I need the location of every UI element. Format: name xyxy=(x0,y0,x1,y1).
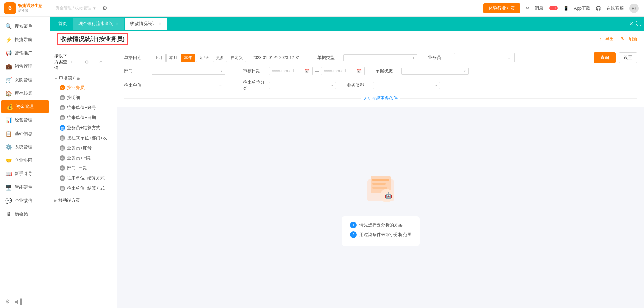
sidebar-item-hardware[interactable]: 🖥️ 智能硬件 xyxy=(0,181,50,194)
audit-start-input[interactable]: yyyy-mm-dd 📅 xyxy=(269,67,313,75)
refresh-icon: ↻ xyxy=(621,36,625,41)
online-service-group[interactable]: 🎧 在线客服 xyxy=(596,5,624,11)
date-btn-more[interactable]: 更多 xyxy=(213,54,227,62)
status-label: 单据状态 xyxy=(375,68,399,74)
breadcrumb-path: 资金管理 / 收款管理 xyxy=(56,5,91,11)
audit-end-input[interactable]: yyyy-mm-dd 📅 xyxy=(321,67,365,75)
scheme-item-dept-date[interactable]: ⊙ 部门+日期 xyxy=(50,163,117,173)
sidebar-item-marketing[interactable]: 📢 营销推广 xyxy=(0,46,50,60)
sidebar-item-purchase[interactable]: 🛒 采购管理 xyxy=(0,73,50,87)
sidebar-item-finance[interactable]: 💰 资金管理 xyxy=(1,100,49,113)
message-group[interactable]: ✉ 消息 99+ xyxy=(526,5,558,11)
sidebar-item-corp[interactable]: 🤝 企业协同 xyxy=(0,154,50,167)
scheme-item-by-staff[interactable]: ↻ 按业务员 xyxy=(50,83,117,93)
logo: 6 畅捷通好生意 标准版 xyxy=(0,0,50,17)
window-close-icon[interactable]: ✕ xyxy=(629,21,633,27)
sidebar-item-base[interactable]: 📋 基础信息 xyxy=(0,127,50,140)
breadcrumb-dropdown-icon[interactable]: ▾ xyxy=(93,6,96,11)
sidebar-item-search[interactable]: 🔍 搜索菜单 xyxy=(0,19,50,33)
scheme-item-unit-account[interactable]: ▦ 往来单位+账号 xyxy=(50,103,117,113)
sidebar-item-guide[interactable]: 📖 新手引导 xyxy=(0,167,50,181)
user-avatar[interactable]: Rit xyxy=(629,4,639,13)
dept-select[interactable]: ▾ xyxy=(152,68,225,75)
tip-item-2: 2 用过滤条件来缩小分析范围 xyxy=(350,231,412,238)
scheme-icon-staff-account: ▦ xyxy=(60,145,65,151)
calendar-end-icon: 📅 xyxy=(357,69,362,73)
tab-receipt[interactable]: 收款情况统计 ✕ xyxy=(125,18,167,30)
page-header: 收款情况统计(按业务员) ↑ 导出 ↻ 刷新 xyxy=(50,31,644,47)
counterpart-dots[interactable]: ··· xyxy=(219,83,222,88)
purchase-icon: 🛒 xyxy=(5,76,12,83)
sidebar: 6 畅捷通好生意 标准版 🔍 搜索菜单 ⚡ 快捷导航 📢 营销推广 💼 销售管理… xyxy=(0,0,50,308)
staff-input[interactable]: ··· xyxy=(454,53,515,62)
content-area: 按以下方案查询 ＋ ⚙ « ▼ 电脑端方案 ↻ 按业务员 ⊞ 按明细 xyxy=(50,47,644,308)
scheme-item-staff-account[interactable]: ▦ 业务员+账号 xyxy=(50,143,117,153)
query-button[interactable]: 查询 xyxy=(594,52,616,63)
filter-area: 单据日期 上月 本月 本年 近7天 更多 自定义 2023-01-01 至 20… xyxy=(117,47,644,107)
trial-button[interactable]: 体验行业方案 xyxy=(483,3,520,13)
scheme-item-unit-settle1[interactable]: ⊞ 往来单位+结算方式 xyxy=(50,173,117,183)
app-download-group[interactable]: 📱 App下载 xyxy=(563,5,590,11)
page-settings-icon[interactable]: ⚙ xyxy=(102,5,107,11)
collapse-sidebar-icon[interactable]: ◀▐ xyxy=(14,298,22,305)
sidebar-item-wechat[interactable]: 💬 企业微信 xyxy=(0,194,50,207)
scheme-icon-unit-date: ▦ xyxy=(60,115,65,120)
guide-icon: 📖 xyxy=(5,170,12,177)
scheme-item-unit-settle2[interactable]: ▦ 往来单位+结算方式 xyxy=(50,183,117,193)
tab-receipt-close-icon[interactable]: ✕ xyxy=(158,21,162,26)
desktop-group-title[interactable]: ▼ 电脑端方案 xyxy=(50,74,117,83)
date-btn-this-year[interactable]: 本年 xyxy=(181,54,195,62)
svg-rect-4 xyxy=(372,187,387,189)
tab-bank-close-icon[interactable]: ✕ xyxy=(115,21,119,26)
refresh-button[interactable]: 刷新 xyxy=(629,36,637,42)
date-btn-custom[interactable]: 自定义 xyxy=(228,54,246,62)
manage-scheme-icon[interactable]: ⚙ xyxy=(85,59,98,65)
filter-row-1: 单据日期 上月 本月 本年 近7天 更多 自定义 2023-01-01 至 20… xyxy=(124,52,637,63)
biz-type-select[interactable]: ▾ xyxy=(373,82,440,89)
mobile-scheme-section[interactable]: ▶ 移动端方案 xyxy=(50,195,117,206)
dept-select-arrow-icon: ▾ xyxy=(221,69,222,73)
tab-home[interactable]: 首页 xyxy=(53,18,72,30)
sidebar-item-operation[interactable]: 📊 经营管理 xyxy=(0,113,50,127)
date-btn-last-month[interactable]: 上月 xyxy=(152,54,166,62)
export-button[interactable]: 导出 xyxy=(605,36,614,42)
sidebar-item-quick-nav[interactable]: ⚡ 快捷导航 xyxy=(0,33,50,46)
scheme-item-staff-date[interactable]: ⊙ 业务员+日期 xyxy=(50,153,117,163)
date-label: 单据日期 xyxy=(124,55,148,61)
settings-button[interactable]: 设置 xyxy=(619,52,637,63)
collapse-panel-icon[interactable]: « xyxy=(99,59,113,65)
status-select-arrow-icon: ▾ xyxy=(464,69,466,73)
audit-label: 审核日期 xyxy=(243,68,266,74)
window-maximize-icon[interactable]: ⛶ xyxy=(636,21,641,27)
collapse-btn[interactable]: ∧∧ 收起更多条件 xyxy=(364,95,398,101)
service-icon: 🎧 xyxy=(596,6,601,11)
sidebar-item-sales[interactable]: 💼 销售管理 xyxy=(0,60,50,73)
desktop-scheme-group: ▼ 电脑端方案 ↻ 按业务员 ⊞ 按明细 ▦ 往来单位+账号 ▦ 往来单位+ xyxy=(50,74,117,193)
audit-date-range: yyyy-mm-dd 📅 — yyyy-mm-dd 📅 xyxy=(269,67,365,75)
counterpart-type-label: 往来单位分类 xyxy=(243,79,266,91)
scheme-item-unit-date[interactable]: ▦ 往来单位+日期 xyxy=(50,113,117,123)
corp-icon: 🤝 xyxy=(5,157,12,164)
date-btn-this-month[interactable]: 本月 xyxy=(166,54,180,62)
scheme-item-by-detail[interactable]: ⊞ 按明细 xyxy=(50,93,117,103)
date-separator: — xyxy=(315,69,319,74)
sidebar-item-system[interactable]: ⚙️ 系统管理 xyxy=(0,140,50,154)
tip-num-1: 1 xyxy=(350,222,357,228)
sidebar-item-inventory[interactable]: 🏠 库存核算 xyxy=(0,87,50,100)
finance-icon: 💰 xyxy=(7,103,13,110)
counterpart-type-arrow-icon: ▾ xyxy=(331,84,333,87)
type-select[interactable]: ▾ xyxy=(343,54,417,61)
filter-separator-left xyxy=(124,98,361,99)
counterpart-type-select[interactable]: ▾ xyxy=(269,82,336,89)
scheme-item-staff-settle[interactable]: ▦ 业务员+结算方式 xyxy=(50,123,117,133)
settings-gear-icon[interactable]: ⚙ xyxy=(5,298,10,305)
scheme-item-unit-dept[interactable]: ▦ 按往来单位+部门+收... xyxy=(50,133,117,143)
counterpart-input[interactable]: ··· xyxy=(152,81,225,90)
status-select[interactable]: ▾ xyxy=(401,68,469,75)
staff-dots[interactable]: ··· xyxy=(508,55,512,60)
sidebar-item-member[interactable]: ♛ 畅会员 xyxy=(0,207,50,221)
tab-bank[interactable]: 现金银行流水查询 ✕ xyxy=(73,18,124,30)
add-scheme-icon[interactable]: ＋ xyxy=(69,59,83,65)
window-controls: ✕ ⛶ xyxy=(629,21,641,27)
date-btn-7days[interactable]: 近7天 xyxy=(196,54,212,62)
